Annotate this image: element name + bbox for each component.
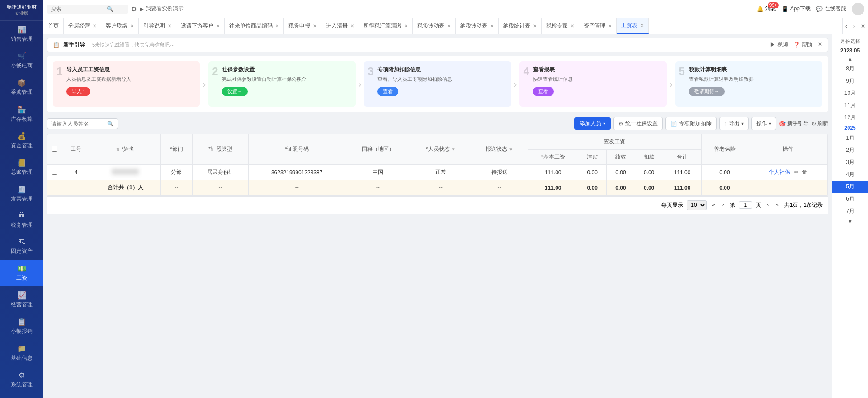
tab-layered-close[interactable]: ✕ <box>93 23 96 28</box>
step-btn-5[interactable]: 敬请期待→ <box>689 87 725 96</box>
refresh-button[interactable]: ↻ 刷新 <box>811 120 828 127</box>
tab-tax-expert[interactable]: 税检专家 ✕ <box>542 18 579 34</box>
unified-settings-button[interactable]: ⚙ 统一社保设置 <box>613 117 663 130</box>
step-btn-2[interactable]: 设置→ <box>222 87 248 96</box>
step-btn-4[interactable]: 查看 <box>533 87 554 96</box>
select-all-checkbox[interactable] <box>52 146 57 152</box>
navtabs-prev-arrow[interactable]: ‹ <box>842 18 850 34</box>
step-btn-3[interactable]: 查看 <box>377 87 398 96</box>
tab-expert-close[interactable]: ✕ <box>571 23 574 28</box>
month-year-2025[interactable]: 2025 <box>844 124 855 132</box>
person-search-input[interactable] <box>51 121 105 127</box>
export-button[interactable]: ↑ 导出 ▾ <box>719 117 749 130</box>
tab-customer[interactable]: 客户联络 ✕ <box>101 18 139 34</box>
operations-button[interactable]: 操作 ▾ <box>751 117 776 130</box>
navtabs-next-arrow[interactable]: › <box>850 18 858 34</box>
sidebar-item-ecommerce[interactable]: 🛒 小畅电商 <box>0 47 43 74</box>
tab-layered[interactable]: 分层经营 ✕ <box>64 18 101 34</box>
per-page-select[interactable]: 10 20 50 <box>687 200 707 210</box>
navtabs-close-all[interactable]: ✕ <box>858 18 868 34</box>
tab-tax-burden[interactable]: 税负波动表 ✕ <box>413 18 456 34</box>
tab-invite[interactable]: 邀请下游客户 ✕ <box>176 18 225 34</box>
sidebar-item-funds[interactable]: 💰 资金管理 <box>0 127 43 154</box>
topbar-search-input[interactable] <box>51 6 105 12</box>
sidebar-item-tax[interactable]: 🏛 税务管理 <box>0 207 43 234</box>
sidebar-item-report[interactable]: 📋 小畅报销 <box>0 313 43 340</box>
month-item-8[interactable]: 8月 <box>832 63 868 75</box>
message-button[interactable]: 🔔 消息 99+ <box>757 5 776 13</box>
new-guide-button[interactable]: 🎯 新手引导 <box>779 120 809 127</box>
special-deduction-button[interactable]: 📄 专项附加扣除 <box>665 117 717 130</box>
tab-guide-desc[interactable]: 引导说明 ✕ <box>139 18 176 34</box>
sidebar-item-operations[interactable]: 📈 经营管理 <box>0 286 43 313</box>
month-item-9[interactable]: 9月 <box>832 75 868 87</box>
action-delete-icon[interactable]: 🗑 <box>802 169 807 175</box>
tab-product-close[interactable]: ✕ <box>275 23 279 28</box>
tab-tax-report[interactable]: 税务申报 ✕ <box>284 18 321 34</box>
month-item-3[interactable]: 3月 <box>832 156 868 169</box>
filter-status-icon[interactable]: ▼ <box>451 147 456 152</box>
action-personal-insurance[interactable]: 个人社保 <box>769 169 790 175</box>
step-btn-1[interactable]: 导入↑ <box>66 87 90 96</box>
month-item-4[interactable]: 4月 <box>832 169 868 181</box>
tab-asset-mgmt[interactable]: 资产管理 ✕ <box>579 18 617 34</box>
tab-guide-close[interactable]: ✕ <box>168 23 171 28</box>
tab-salary-table[interactable]: 工资表 ✕ <box>617 18 649 34</box>
topbar-gear-icon[interactable]: ⚙ <box>131 5 137 13</box>
tab-invite-close[interactable]: ✕ <box>216 23 220 28</box>
tab-product-code[interactable]: 往来单位商品编码 ✕ <box>225 18 284 34</box>
month-down-arrow[interactable]: ▼ <box>847 217 854 225</box>
month-item-2[interactable]: 2月 <box>832 144 868 156</box>
sidebar-item-ledger[interactable]: 📒 总账管理 <box>0 154 43 181</box>
sidebar-item-system[interactable]: ⚙ 系统管理 <box>0 366 43 393</box>
sidebar-item-salary[interactable]: 💵 工资 <box>0 260 43 286</box>
sidebar-item-inventory[interactable]: 🏪 库存核算 <box>0 101 43 127</box>
month-item-10[interactable]: 10月 <box>832 87 868 99</box>
tab-customer-close[interactable]: ✕ <box>130 23 134 28</box>
tab-income-tax[interactable]: 所得税汇算清缴 ✕ <box>359 18 413 34</box>
first-page-button[interactable]: « <box>710 201 717 209</box>
guide-help-link[interactable]: ❓ 帮助 <box>793 41 812 49</box>
tab-fluctuation-close[interactable]: ✕ <box>490 23 494 28</box>
sort-icon-name[interactable]: ⇅ <box>116 147 120 152</box>
tab-inventory[interactable]: 进入清册 ✕ <box>321 18 359 34</box>
row-name-blurred <box>112 169 139 175</box>
topbar-demo-button[interactable]: ▶ 我要看实例演示 <box>140 5 184 13</box>
sidebar-item-basic[interactable]: 📁 基础信息 <box>0 340 43 366</box>
tab-burden-close[interactable]: ✕ <box>447 23 451 28</box>
filter-report-icon[interactable]: ▼ <box>509 147 513 152</box>
action-edit-icon[interactable]: ✏ <box>794 169 799 175</box>
month-item-5[interactable]: 5月 <box>832 181 868 193</box>
sidebar-item-collab[interactable]: 👥 企业协同 <box>0 393 43 398</box>
tab-salary-close[interactable]: ✕ <box>640 23 644 28</box>
online-service-button[interactable]: 💬 在线客服 <box>816 5 846 13</box>
tab-inventory-close[interactable]: ✕ <box>350 23 354 28</box>
tab-tax-stats[interactable]: 纳税统计表 ✕ <box>499 18 542 34</box>
guide-video-link[interactable]: ▶ 视频 <box>770 41 788 49</box>
last-page-button[interactable]: » <box>774 201 781 209</box>
tab-stats-close[interactable]: ✕ <box>533 23 537 28</box>
next-page-button[interactable]: › <box>765 201 770 209</box>
row-checkbox[interactable] <box>52 169 57 175</box>
month-item-11[interactable]: 11月 <box>832 99 868 112</box>
month-up-arrow[interactable]: ▲ <box>847 56 854 63</box>
sidebar-item-assets[interactable]: 🏗 固定资产 <box>0 234 43 260</box>
month-item-7[interactable]: 7月 <box>832 205 868 217</box>
tab-asset-close[interactable]: ✕ <box>608 23 612 28</box>
month-item-12[interactable]: 12月 <box>832 112 868 124</box>
tab-tax-close[interactable]: ✕ <box>313 23 316 28</box>
add-person-button[interactable]: 添加人员 ▾ <box>574 117 611 130</box>
sidebar-item-invoice[interactable]: 🧾 发票管理 <box>0 181 43 207</box>
avatar[interactable] <box>852 3 864 15</box>
month-item-6[interactable]: 6月 <box>832 193 868 205</box>
tab-home[interactable]: 首页 <box>43 18 64 34</box>
sidebar-item-sales[interactable]: 📊 销售管理 <box>0 21 43 47</box>
prev-page-button[interactable]: ‹ <box>721 201 726 209</box>
page-input[interactable] <box>739 201 752 209</box>
sidebar-item-purchase[interactable]: 📦 采购管理 <box>0 74 43 101</box>
app-download-button[interactable]: 📱 App下载 <box>782 5 811 13</box>
guide-close-button[interactable]: ✕ <box>818 41 822 49</box>
tab-income-close[interactable]: ✕ <box>404 23 408 28</box>
tab-tax-fluctuation[interactable]: 纳税波动表 ✕ <box>456 18 499 34</box>
month-item-1[interactable]: 1月 <box>832 132 868 144</box>
